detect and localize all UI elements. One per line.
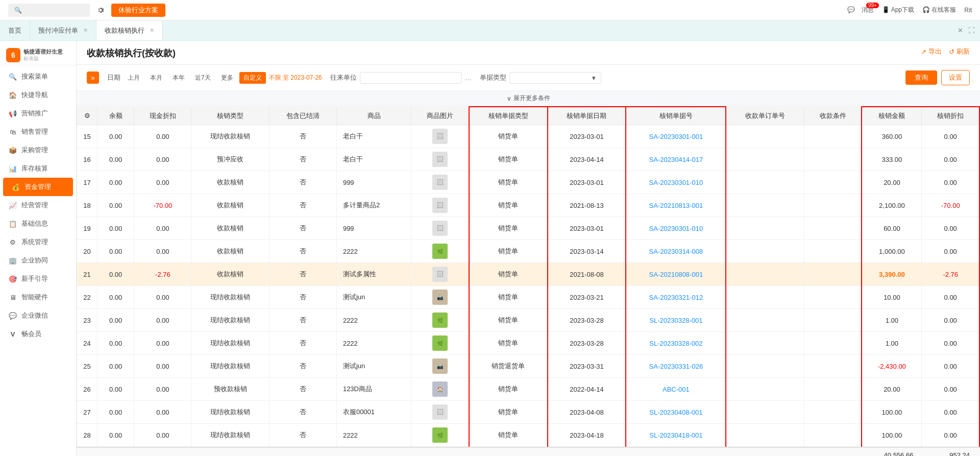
sidebar-item-search[interactable]: 🔍 搜索菜单: [0, 67, 76, 86]
col-header-include-settled[interactable]: 包含已结清: [269, 107, 336, 125]
sidebar-item-sales[interactable]: 🛍 销售管理: [0, 123, 76, 141]
sidebar-item-sales-label: 销售管理: [21, 127, 48, 136]
hs-bill-no-link[interactable]: SA-20230301-010: [649, 179, 703, 186]
date-btn-custom[interactable]: 自定义: [239, 72, 266, 84]
cell-goods-img: 🖼: [411, 263, 469, 286]
tab-prepay[interactable]: 预付冲应付单 ✕: [30, 20, 96, 40]
cell-receipt-order-no: [726, 148, 804, 171]
type-filter-select[interactable]: ▾: [509, 72, 601, 84]
top-bar-left: 🔍 休验行业方案: [8, 4, 841, 17]
sidebar-item-shortcut[interactable]: 🏠 快捷导航: [0, 86, 76, 104]
cell-verify-type: 现结收款核销: [191, 332, 269, 355]
col-header-hs-bill-type[interactable]: 核销单据类型: [469, 107, 548, 125]
industry-solution-button[interactable]: 休验行业方案: [111, 4, 165, 17]
top-search-box[interactable]: 🔍: [8, 4, 90, 17]
cell-receipt-condition: [804, 378, 862, 401]
cell-receipt-order-no: [726, 171, 804, 194]
hs-bill-no-link[interactable]: SA-20230314-008: [649, 248, 703, 255]
expand-more-button[interactable]: ∨ 展开更多条件: [507, 94, 550, 103]
app-download-link[interactable]: 📱 App下载: [882, 6, 914, 14]
hs-bill-no-link[interactable]: SA-20230301-010: [649, 225, 703, 232]
hs-bill-no-link[interactable]: SA-20230301-001: [649, 133, 703, 140]
data-table: ⚙ 余额 现金折扣 核销类型 包含已结清 商品 商品图片 核销单据类型 核销单据…: [77, 106, 980, 447]
date-btn-more[interactable]: 更多: [217, 72, 237, 84]
hs-bill-no-link[interactable]: SL-20230418-001: [649, 431, 702, 439]
cell-hs-bill-date: 2023-03-28: [548, 309, 626, 332]
col-header-receipt-condition[interactable]: 收款条件: [804, 107, 862, 125]
sidebar-item-enterprise[interactable]: 🏢 企业协同: [0, 251, 76, 270]
sidebar-item-wechat[interactable]: 💬 企业微信: [0, 306, 76, 325]
sidebar-item-inventory[interactable]: 📊 库存核算: [0, 159, 76, 178]
cell-seq: 21: [77, 263, 97, 286]
hs-bill-no-link[interactable]: ABC-001: [663, 386, 690, 393]
cell-hs-amount: 100.00: [862, 424, 922, 447]
tab-close-icon[interactable]: ✕: [958, 27, 963, 34]
tab-collection-close[interactable]: ✕: [150, 27, 154, 34]
col-header-hs-bill-no[interactable]: 核销单据号: [626, 107, 726, 125]
col-header-goods[interactable]: 商品: [336, 107, 411, 125]
hs-bill-no-link[interactable]: SA-20210813-001: [649, 202, 703, 209]
hs-bill-no-link[interactable]: SL-20230328-002: [649, 340, 702, 347]
online-service-link[interactable]: 🎧 在线客服: [922, 6, 956, 14]
goods-image-default: 🖼: [432, 267, 448, 282]
cell-goods-img: 🏠: [411, 378, 469, 401]
query-button[interactable]: 查询: [905, 70, 937, 85]
tab-maximize-icon[interactable]: ⛶: [968, 27, 975, 34]
col-header-balance[interactable]: 余额: [97, 107, 134, 125]
col-header-goods-img[interactable]: 商品图片: [411, 107, 469, 125]
hs-bill-no-link[interactable]: SL-20230408-001: [649, 409, 702, 416]
col-header-cash-discount[interactable]: 现金折扣: [134, 107, 191, 125]
settings-gear-icon[interactable]: [94, 4, 107, 17]
sidebar-item-purchase[interactable]: 📦 采购管理: [0, 141, 76, 159]
col-header-hs-bill-date[interactable]: 核销单据日期: [548, 107, 626, 125]
date-btn-last-month[interactable]: 上月: [124, 72, 144, 84]
col-header-verify-type[interactable]: 核销类型: [191, 107, 269, 125]
unit-filter-input[interactable]: [360, 72, 462, 84]
type-filter-label: 单据类型: [480, 73, 506, 82]
tab-prepay-close[interactable]: ✕: [83, 27, 88, 34]
sidebar-item-finance[interactable]: 💰 资金管理: [3, 178, 73, 196]
date-btn-this-year[interactable]: 本年: [168, 72, 189, 84]
cell-receipt-order-no: [726, 286, 804, 309]
col-header-hs-discount[interactable]: 核销折扣: [922, 107, 979, 125]
col-header-hs-amount[interactable]: 核销金额: [862, 107, 922, 125]
sidebar-item-member[interactable]: V 畅会员: [0, 325, 76, 343]
goods-image-default: 🖼: [432, 152, 448, 167]
export-label: 导出: [928, 47, 942, 56]
message-badge[interactable]: 💬 99+ 消息: [847, 6, 874, 14]
user-name[interactable]: Rit: [964, 7, 972, 14]
date-btn-7days[interactable]: 近7天: [191, 72, 215, 84]
export-button[interactable]: ↗ 导出: [921, 47, 942, 56]
hs-bill-no-link[interactable]: SA-20230321-012: [649, 294, 703, 301]
cell-verify-type: 收款核销: [191, 240, 269, 263]
cell-include-settled: 否: [269, 355, 336, 378]
sidebar-item-marketing[interactable]: 📢 营销推广: [0, 104, 76, 123]
cell-hs-discount: 0.00: [922, 378, 979, 401]
col-header-receipt-order-no[interactable]: 收款单订单号: [726, 107, 804, 125]
settings-col-icon[interactable]: ⚙: [84, 112, 90, 119]
date-btn-this-month[interactable]: 本月: [146, 72, 166, 84]
cell-balance: 0.00: [97, 401, 134, 424]
cell-hs-discount: 0.00: [922, 217, 979, 240]
cell-balance: 0.00: [97, 148, 134, 171]
sidebar-item-basic[interactable]: 📋 基础信息: [0, 214, 76, 233]
tab-home[interactable]: 首页: [0, 20, 30, 40]
cell-hs-discount: 0.00: [922, 424, 979, 447]
filter-expand-button[interactable]: »: [87, 71, 99, 84]
sidebar-item-guide[interactable]: 🎯 新手引导: [0, 270, 76, 288]
hs-bill-no-link[interactable]: SA-20230331-026: [649, 363, 703, 370]
col-header-seq[interactable]: ⚙: [77, 107, 97, 125]
hs-bill-no-link[interactable]: SA-20230414-017: [649, 156, 703, 163]
tab-collection[interactable]: 收款核销执行 ✕: [96, 20, 163, 40]
hs-bill-no-link[interactable]: SL-20230328-001: [649, 317, 702, 324]
sidebar-item-operations[interactable]: 📈 经营管理: [0, 196, 76, 214]
refresh-button[interactable]: ↺ 刷新: [949, 47, 970, 56]
hs-bill-no-link[interactable]: SA-20210808-001: [649, 271, 703, 278]
cell-hs-discount: 0.00: [922, 332, 979, 355]
sidebar-item-system[interactable]: ⚙ 系统管理: [0, 233, 76, 251]
data-table-container[interactable]: ⚙ 余额 现金折扣 核销类型 包含已结清 商品 商品图片 核销单据类型 核销单据…: [77, 106, 980, 456]
sidebar-item-hardware[interactable]: 🖥 智能硬件: [0, 288, 76, 306]
filter-settings-button[interactable]: 设置: [941, 70, 970, 85]
date-filter-label: 日期: [107, 73, 120, 82]
cell-goods-img: 📷: [411, 286, 469, 309]
